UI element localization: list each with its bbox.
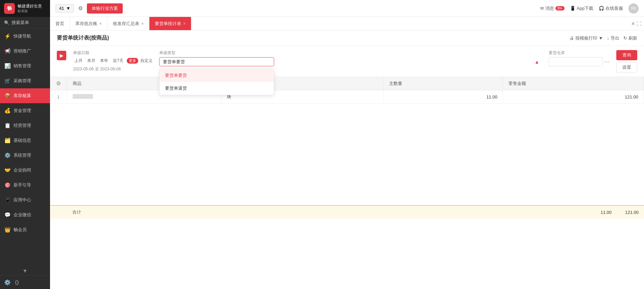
filter-bar: ▶ 单据日期 上月 本月 本年 近7天 更多 自定义 <box>50 46 644 77</box>
sidebar-item-wechat[interactable]: 💬 企业微信 <box>0 207 50 222</box>
search-icon: 🔍 <box>4 20 9 25</box>
header-settings-icon[interactable]: ⚙ <box>78 5 83 12</box>
sidebar-item-apps[interactable]: 📱 应用中心 <box>0 193 50 207</box>
close-all-tabs-icon[interactable]: ✕ <box>631 21 635 26</box>
sidebar-item-guide[interactable]: 🎯 新手引导 <box>0 178 50 193</box>
collapse-icon[interactable]: ⟨⟩ <box>15 279 19 286</box>
type-dropdown-menu: 要货单要货 要货单退货 <box>159 69 274 95</box>
table-row: 1 块 11.00 121.00 <box>50 90 644 104</box>
sidebar-nav: ⚡ 快捷导航 📢 营销推广 📊 销售管理 🛒 采购管理 📦 库存核算 💰 <box>0 29 50 267</box>
table-wrapper: ⚙ 商品 主计量单位 主数量 零售金额 1 <box>50 77 644 104</box>
tab-inventory-batch[interactable]: 库存批次账 × <box>70 17 108 30</box>
sidebar-item-purchase[interactable]: 🛒 采购管理 <box>0 73 50 88</box>
date-range-display: 2023-05-06 至 2023-06-06 <box>73 66 152 72</box>
fullscreen-icon[interactable]: ⛶ <box>637 21 641 26</box>
apps-icon: 📱 <box>4 197 11 203</box>
warehouse-input-wrapper: ⋯ <box>549 57 610 66</box>
sidebar-item-marketing[interactable]: 📢 营销推广 <box>0 44 50 59</box>
marketing-icon: 📢 <box>4 48 11 54</box>
table-footer: 合计 11.00 121.00 <box>50 205 644 219</box>
this-year-btn[interactable]: 本年 <box>99 57 110 64</box>
settings-bottom-icon[interactable]: ⚙️ <box>4 279 11 286</box>
warehouse-more-icon[interactable]: ⋯ <box>604 59 610 65</box>
filter-action-buttons: 查询 设置 <box>616 50 637 72</box>
type-filter-input[interactable] <box>159 57 274 66</box>
sidebar-item-finance[interactable]: 💰 资金管理 <box>0 103 50 118</box>
messages-badge: 99+ <box>555 6 565 10</box>
system-icon: ⚙️ <box>4 152 11 159</box>
sidebar-item-basic[interactable]: 🗂️ 基础信息 <box>0 133 50 148</box>
app-download-action[interactable]: 📱 App下载 <box>570 5 593 12</box>
filter-date-item: 单据日期 上月 本月 本年 近7天 更多 自定义 2023-05-06 至 20… <box>73 50 152 72</box>
sidebar-scroll-down[interactable]: ▼ <box>0 267 50 275</box>
col-qty-header: 主数量 <box>384 77 503 90</box>
tabs-bar: 首页 库存批次账 × 收发存汇总表 × 要货单统计表 × ✕ ⛶ <box>50 17 644 30</box>
sidebar-item-sales[interactable]: 📊 销售管理 <box>0 59 50 73</box>
filter-type-item: 单据类型 ▲ 要货单要货 要货单退货 <box>159 50 542 66</box>
sidebar-item-system[interactable]: ⚙️ 系统管理 <box>0 148 50 163</box>
type-dropdown-icon[interactable]: ▲ <box>534 59 539 65</box>
company-selector[interactable]: 41 ▼ <box>55 4 74 13</box>
type-filter-label: 单据类型 <box>159 50 542 56</box>
header-right: ✉ 消息 99+ 📱 App下载 🎧 在线客服 Rit <box>540 3 639 14</box>
footer-amount-value: 121.00 <box>612 210 639 215</box>
industry-button[interactable]: 体验行业方案 <box>87 3 123 14</box>
table-header: ⚙ 商品 主计量单位 主数量 零售金额 <box>50 77 644 90</box>
sidebar-title: 畅捷通好生意 标准版 <box>18 4 42 14</box>
sidebar-item-inventory[interactable]: 📦 库存核算 <box>0 88 50 103</box>
member-icon: 👑 <box>4 226 11 233</box>
headset-icon: 🎧 <box>599 6 604 11</box>
refresh-icon: ↻ <box>623 36 627 41</box>
type-input-wrapper: ▲ 要货单要货 要货单退货 <box>159 57 542 66</box>
last-month-btn[interactable]: 上月 <box>73 57 84 64</box>
page-content: 要货单统计表(按商品) 🖨 按模板打印 ▼ ↓ 导出 ↻ <box>50 30 644 289</box>
sales-icon: 📊 <box>4 63 11 69</box>
print-button[interactable]: 🖨 按模板打印 ▼ <box>570 35 603 41</box>
tab-receipt-summary[interactable]: 收发存汇总表 × <box>108 17 149 30</box>
tab-home[interactable]: 首页 <box>50 17 70 30</box>
product-placeholder <box>73 94 93 99</box>
sidebar-header: 畅 畅捷通好生意 标准版 <box>0 0 50 17</box>
top-header: 41 ▼ ⚙ 体验行业方案 ✉ 消息 99+ 📱 App下载 🎧 在 <box>50 0 644 17</box>
filter-expand-button[interactable]: ▶ <box>57 51 66 60</box>
footer-qty-value: 11.00 <box>585 210 612 215</box>
sidebar-item-operations[interactable]: 📋 经营管理 <box>0 118 50 133</box>
export-button[interactable]: ↓ 导出 <box>607 35 620 41</box>
this-month-btn[interactable]: 本月 <box>86 57 97 64</box>
close-receipt-summary-icon[interactable]: × <box>141 21 144 26</box>
inventory-icon: 📦 <box>4 92 11 99</box>
print-dropdown-icon: ▼ <box>599 36 603 41</box>
date-filter-label: 单据日期 <box>73 50 152 56</box>
sidebar-item-enterprise[interactable]: 🤝 企业协同 <box>0 163 50 178</box>
wechat-icon: 💬 <box>4 212 11 218</box>
basic-icon: 🗂️ <box>4 137 11 144</box>
warehouse-filter-input[interactable] <box>549 57 603 66</box>
dropdown-item-order-goods[interactable]: 要货单要货 <box>160 69 274 82</box>
tab-order-summary[interactable]: 要货单统计表 × <box>149 17 191 30</box>
row-amount-cell: 121.00 <box>503 90 644 104</box>
sidebar-item-member[interactable]: 👑 畅会员 <box>0 222 50 237</box>
user-avatar[interactable]: Rit <box>628 3 639 14</box>
query-button[interactable]: 查询 <box>616 50 637 60</box>
column-settings-icon[interactable]: ⚙ <box>56 81 61 86</box>
tabs-actions: ✕ ⛶ <box>628 21 644 26</box>
purchase-icon: 🛒 <box>4 77 11 84</box>
enterprise-icon: 🤝 <box>4 167 11 174</box>
date-quick-options: 上月 本月 本年 近7天 更多 自定义 <box>73 57 152 64</box>
date-more-button[interactable]: 更多 <box>127 58 138 64</box>
online-service-action[interactable]: 🎧 在线客服 <box>599 5 623 12</box>
content-spacer <box>50 104 644 205</box>
messages-action[interactable]: ✉ 消息 99+ <box>540 5 565 12</box>
close-inventory-batch-icon[interactable]: × <box>99 21 102 26</box>
table-body: 1 块 11.00 121.00 <box>50 90 644 104</box>
settings-button[interactable]: 设置 <box>616 62 637 72</box>
sidebar-search-item[interactable]: 🔍 搜索菜单 <box>0 17 50 29</box>
last-7-days-btn[interactable]: 近7天 <box>112 57 125 64</box>
dropdown-item-order-return[interactable]: 要货单退货 <box>160 82 274 95</box>
close-order-summary-icon[interactable]: × <box>183 21 186 26</box>
header-left: 41 ▼ ⚙ 体验行业方案 <box>55 3 123 14</box>
sidebar-item-shortcuts[interactable]: ⚡ 快捷导航 <box>0 29 50 44</box>
refresh-button[interactable]: ↻ 刷新 <box>623 35 637 41</box>
date-custom-button[interactable]: 自定义 <box>140 58 152 64</box>
warehouse-filter-label: 要货仓库 <box>549 50 610 56</box>
